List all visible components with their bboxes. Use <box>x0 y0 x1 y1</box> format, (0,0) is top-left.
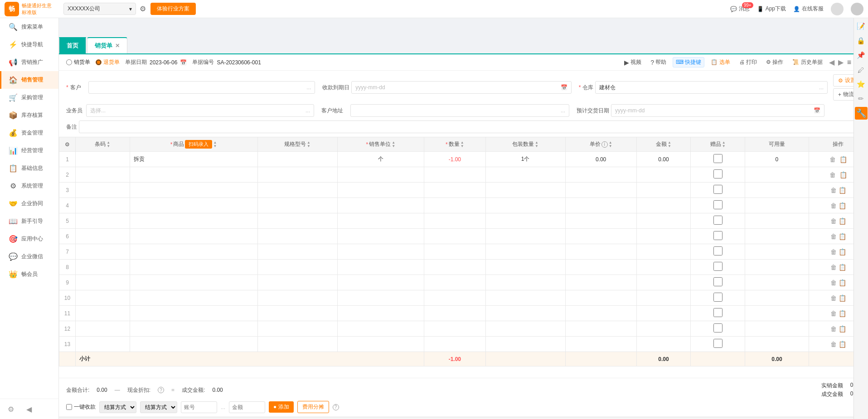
row-pack-qty-2[interactable] <box>485 167 565 183</box>
gift-checkbox-11[interactable] <box>713 308 723 317</box>
copy-icon-6[interactable]: 📋 <box>839 233 846 240</box>
customer-dots-icon[interactable]: ... <box>306 84 311 91</box>
row-unit-2[interactable] <box>337 167 424 183</box>
sidebar-item-search[interactable]: 🔍 搜索菜单 <box>0 18 58 36</box>
copy-icon-2[interactable]: 📋 <box>839 171 847 178</box>
sort-gift[interactable]: ▲▼ <box>722 141 726 148</box>
notes-input[interactable] <box>79 120 861 133</box>
sidebar-item-sales[interactable]: 🏠 销售管理 <box>0 71 58 89</box>
copy-icon-12[interactable]: 📋 <box>839 325 846 332</box>
copy-icon-10[interactable]: 📋 <box>839 294 846 302</box>
fee-split-button[interactable]: 费用分摊 <box>297 401 329 413</box>
gift-checkbox-7[interactable] <box>713 246 723 255</box>
gift-checkbox-9[interactable] <box>713 277 723 286</box>
sidebar-item-member[interactable]: 👑 畅会员 <box>0 265 58 283</box>
tab-sales-order[interactable]: 销货单 ✕ <box>87 37 127 53</box>
copy-icon-8[interactable]: 📋 <box>839 264 846 271</box>
sort-product[interactable]: ▲▼ <box>213 141 217 148</box>
gift-checkbox-10[interactable] <box>713 293 723 302</box>
avatar[interactable] <box>831 3 844 15</box>
due-date-input[interactable]: yyyy-mm-dd 📅 <box>351 81 571 94</box>
shortcut-btn[interactable]: ⌨ 快捷键 <box>673 57 704 67</box>
sidebar-item-enterprise[interactable]: 🤝 企业协同 <box>0 195 58 212</box>
row-product-1[interactable]: 拆贡 <box>130 152 257 167</box>
delete-icon-13[interactable]: 🗑 <box>830 341 837 348</box>
gift-checkbox-2[interactable] <box>713 169 723 178</box>
right-tool-star[interactable]: ⭐ <box>855 78 868 91</box>
online-service-btn[interactable]: 👤 在线客服 <box>793 5 824 13</box>
delete-icon-5[interactable]: 🗑 <box>830 217 837 225</box>
row-gift-1[interactable] <box>691 152 745 167</box>
address-dots-icon[interactable]: ... <box>561 107 565 114</box>
print-btn[interactable]: 🖨 打印 <box>737 57 760 67</box>
copy-icon-11[interactable]: 📋 <box>839 310 846 317</box>
salesman-dots-icon[interactable]: ... <box>305 107 310 114</box>
expected-date-input[interactable]: yyyy-mm-dd 📅 <box>611 104 824 117</box>
sort-qty[interactable]: ▲▼ <box>461 141 464 148</box>
message-btn[interactable]: 💬 消息 99+ <box>730 5 750 13</box>
row-spec-1[interactable] <box>257 152 337 167</box>
delete-icon-6[interactable]: 🗑 <box>830 233 837 240</box>
copy-icon-4[interactable]: 📋 <box>839 202 846 209</box>
sidebar-item-guide[interactable]: 📖 新手引导 <box>0 212 58 230</box>
sidebar-item-purchase[interactable]: 🛒 采购管理 <box>0 89 58 106</box>
sort-unit[interactable]: ▲▼ <box>392 141 395 148</box>
video-btn[interactable]: ▶视频 <box>621 57 644 67</box>
gift-checkbox-4[interactable] <box>713 200 723 209</box>
delete-icon-1[interactable]: 🗑 <box>829 156 836 163</box>
row-price-2[interactable] <box>565 167 636 183</box>
delete-icon-9[interactable]: 🗑 <box>830 279 837 286</box>
sidebar-item-system[interactable]: ⚙ 系统管理 <box>0 177 58 195</box>
gift-checkbox-1[interactable] <box>713 154 723 163</box>
tab-home[interactable]: 首页 <box>59 37 86 53</box>
sidebar-item-inventory[interactable]: 📦 库存核算 <box>0 106 58 124</box>
copy-icon-13[interactable]: 📋 <box>839 341 846 348</box>
row-price-1[interactable]: 0.00 <box>565 152 636 167</box>
row-qty-2[interactable] <box>424 167 485 183</box>
copy-icon-9[interactable]: 📋 <box>839 279 846 286</box>
account-select[interactable]: 结算方式 <box>140 401 177 413</box>
sidebar-item-finance[interactable]: 💰 资金管理 <box>0 124 58 142</box>
delete-icon-7[interactable]: 🗑 <box>830 248 837 255</box>
copy-icon-7[interactable]: 📋 <box>839 248 846 255</box>
account-no-input[interactable] <box>181 401 217 413</box>
radio-sales-order[interactable]: 销货单 <box>66 58 90 66</box>
gift-checkbox-5[interactable] <box>713 216 723 225</box>
one-click-payment-checkbox[interactable] <box>66 404 72 410</box>
delete-icon-10[interactable]: 🗑 <box>830 294 837 302</box>
row-pack-qty-1[interactable]: 1个 <box>485 152 565 167</box>
sidebar-settings-btn[interactable]: ⚙ <box>4 403 18 415</box>
app-download-btn[interactable]: 📱 App下载 <box>757 5 786 13</box>
customer-address-input[interactable]: ... <box>350 104 569 117</box>
add-payment-button[interactable]: ● 添加 <box>269 401 294 413</box>
warehouse-dots-icon[interactable]: ... <box>819 84 824 91</box>
sidebar-item-marketing[interactable]: 📢 营销推广 <box>0 53 58 71</box>
history-btn[interactable]: 📜 历史单据 <box>790 57 825 67</box>
sort-barcode[interactable]: ▲▼ <box>107 141 110 148</box>
row-qty-1[interactable]: -1.00 <box>424 152 485 167</box>
gift-checkbox-12[interactable] <box>713 323 723 332</box>
right-tool-pen[interactable]: 🖊 <box>855 63 868 76</box>
delete-icon-11[interactable]: 🗑 <box>830 310 837 317</box>
salesman-input[interactable]: 选择... ... <box>86 104 314 117</box>
customer-input[interactable]: ... <box>88 81 315 94</box>
sort-amount[interactable]: ▲▼ <box>668 141 671 148</box>
sort-spec[interactable]: ▲▼ <box>307 141 310 148</box>
sidebar-item-basic[interactable]: 📋 基础信息 <box>0 159 58 177</box>
row-spec-2[interactable] <box>257 167 337 183</box>
delete-icon-4[interactable]: 🗑 <box>830 202 837 209</box>
copy-icon-5[interactable]: 📋 <box>839 217 846 225</box>
payment-method-select[interactable]: 结算方式 <box>99 401 136 413</box>
sort-pack-qty[interactable]: ▲▼ <box>535 141 538 148</box>
select-btn[interactable]: 📋 选单 <box>708 57 732 67</box>
sidebar-item-operations[interactable]: 📊 经营管理 <box>0 142 58 159</box>
delete-icon-3[interactable]: 🗑 <box>830 187 837 194</box>
delete-icon-8[interactable]: 🗑 <box>830 264 837 271</box>
radio-return-order[interactable]: 退货单 <box>96 58 120 66</box>
sidebar-item-appstore[interactable]: 🎯 应用中心 <box>0 230 58 248</box>
tab-close-icon[interactable]: ✕ <box>115 43 120 49</box>
row-amount-2[interactable] <box>636 167 691 183</box>
account-dots[interactable]: ... <box>221 404 225 410</box>
right-tool-edit[interactable]: 📝 <box>855 20 868 33</box>
sidebar-collapse-btn[interactable]: ◀ <box>22 403 36 415</box>
